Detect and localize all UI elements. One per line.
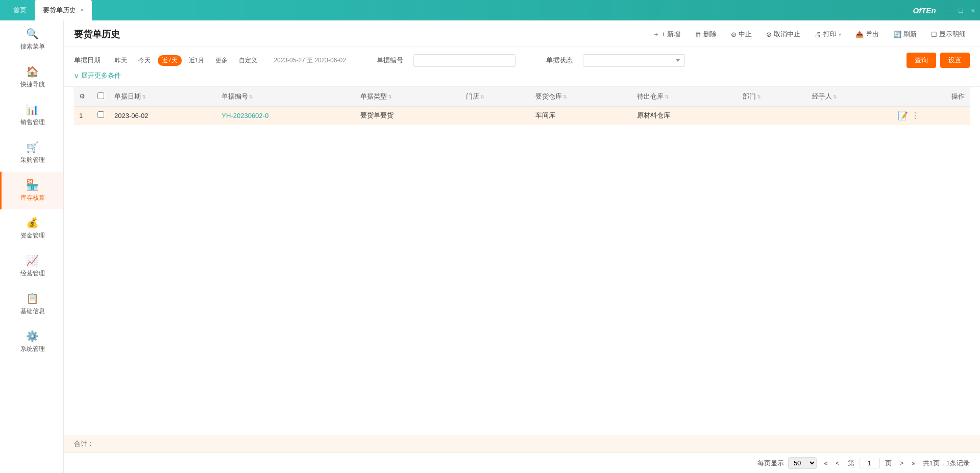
- show-detail-button[interactable]: ☐ 显示明细: [927, 28, 970, 41]
- query-button[interactable]: 查询: [906, 53, 936, 68]
- tab-active[interactable]: 要货单历史 ×: [35, 0, 92, 20]
- row-num-link[interactable]: YH-20230602-0: [216, 106, 355, 125]
- th-pending-warehouse[interactable]: 待出仓库⇅: [632, 87, 738, 106]
- top-bar-right: OfTEn — □ ×: [913, 0, 975, 20]
- th-num[interactable]: 单据编号⇅: [216, 87, 355, 106]
- toolbar: ＋ + 新增 🗑 删除 ⊘ 中止 ⊘ 取消中止 🖨 打印: [649, 28, 970, 41]
- select-all-checkbox[interactable]: [97, 92, 104, 99]
- tab-home[interactable]: 首页: [5, 0, 35, 20]
- sidebar-item-system[interactable]: ⚙️ 系统管理: [0, 323, 63, 361]
- status-label: 单据状态: [546, 56, 573, 65]
- search-menu-icon: 🔍: [26, 28, 39, 40]
- total-info: 共1页，1条记录: [923, 459, 970, 468]
- new-button[interactable]: ＋ + 新增: [649, 28, 684, 41]
- suspend-icon: ⊘: [731, 31, 737, 38]
- th-type[interactable]: 单据类型⇅: [355, 87, 461, 106]
- maximize-button[interactable]: □: [959, 7, 963, 14]
- th-checkbox[interactable]: [92, 87, 109, 106]
- more-icon[interactable]: ⋮: [911, 111, 919, 121]
- current-page-input[interactable]: [860, 458, 880, 468]
- page-nav: « < 第 页 > »: [821, 458, 919, 469]
- th-pending-warehouse-label: 待出仓库: [637, 92, 664, 100]
- next-page-button[interactable]: >: [897, 458, 907, 468]
- prev-page-button[interactable]: <: [832, 458, 843, 468]
- sidebar-item-label: 库存核算: [20, 194, 45, 202]
- th-dept[interactable]: 部门⇅: [738, 87, 807, 106]
- sidebar-item-quick-nav[interactable]: 🏠 快捷导航: [0, 58, 63, 96]
- refresh-button[interactable]: 🔄 刷新: [889, 28, 921, 41]
- sidebar-item-label: 资金管理: [20, 231, 45, 240]
- print-button[interactable]: 🖨 打印 ▾: [811, 28, 845, 41]
- settings-button[interactable]: 设置: [940, 53, 970, 68]
- close-tab-icon[interactable]: ×: [80, 7, 84, 14]
- sort-handler-icon: ⇅: [833, 94, 837, 100]
- sort-pending-warehouse-icon: ⇅: [665, 94, 669, 100]
- first-page-button[interactable]: «: [821, 458, 830, 468]
- cancel-suspend-button[interactable]: ⊘ 取消中止: [762, 28, 804, 41]
- per-page-select[interactable]: 10 20 50 100: [788, 457, 817, 469]
- date-btn-today[interactable]: 今天: [134, 55, 155, 66]
- th-req-warehouse[interactable]: 要货仓库⇅: [530, 87, 632, 106]
- edit-icon[interactable]: 📝: [898, 111, 908, 121]
- sidebar-item-basic-info[interactable]: 📋 基础信息: [0, 285, 63, 323]
- doc-num-label: 单据编号: [377, 56, 403, 65]
- chevron-down-icon: ∨: [74, 72, 79, 80]
- sort-type-icon: ⇅: [388, 94, 392, 100]
- doc-link[interactable]: YH-20230602-0: [222, 112, 268, 120]
- page-unit: 页: [882, 458, 895, 469]
- doc-num-input[interactable]: [413, 54, 516, 67]
- new-icon: ＋: [653, 30, 659, 39]
- th-gear[interactable]: ⚙: [74, 87, 92, 106]
- th-dept-label: 部门: [743, 92, 756, 100]
- last-page-button[interactable]: »: [909, 458, 918, 468]
- system-icon: ⚙️: [26, 330, 39, 342]
- th-handler[interactable]: 经手人⇅: [807, 87, 893, 106]
- date-btn-7days[interactable]: 近7天: [158, 55, 182, 66]
- export-label: 导出: [866, 30, 879, 39]
- sidebar: 🔍 搜索菜单 🏠 快捷导航 📊 销售管理 🛒 采购管理 🏪 库存核算 💰 资金管…: [0, 20, 64, 473]
- sidebar-item-finance[interactable]: 💰 资金管理: [0, 209, 63, 247]
- sidebar-item-purchase[interactable]: 🛒 采购管理: [0, 134, 63, 172]
- sidebar-item-inventory[interactable]: 🏪 库存核算: [0, 172, 63, 209]
- cancel-suspend-icon: ⊘: [766, 31, 772, 38]
- status-select[interactable]: [583, 54, 685, 67]
- sidebar-item-search-menu[interactable]: 🔍 搜索菜单: [0, 20, 63, 58]
- table-row[interactable]: 1 2023-06-02 YH-20230602-0 要货单要货 车间库 原材料…: [74, 106, 970, 125]
- sidebar-item-label: 销售管理: [20, 118, 45, 127]
- print-icon: 🖨: [815, 31, 821, 38]
- delete-button[interactable]: 🗑 删除: [691, 28, 721, 41]
- basic-info-icon: 📋: [26, 292, 39, 304]
- print-dropdown-icon: ▾: [839, 32, 841, 37]
- table-header-row: ⚙ 单据日期⇅ 单据编号⇅ 单据类型⇅ 门店⇅ 要货仓库⇅ 待出仓库⇅ 部门⇅ …: [74, 87, 970, 106]
- th-req-warehouse-label: 要货仓库: [535, 92, 562, 100]
- th-date-label: 单据日期: [114, 92, 141, 100]
- sidebar-item-label: 系统管理: [20, 345, 45, 353]
- close-window-button[interactable]: ×: [971, 7, 975, 14]
- minimize-button[interactable]: —: [944, 7, 951, 14]
- date-btn-custom[interactable]: 自定义: [235, 55, 261, 66]
- date-btn-1month[interactable]: 近1月: [185, 55, 209, 66]
- sidebar-item-label: 快捷导航: [20, 80, 45, 89]
- table-area: ⚙ 单据日期⇅ 单据编号⇅ 单据类型⇅ 门店⇅ 要货仓库⇅ 待出仓库⇅ 部门⇅ …: [64, 87, 980, 435]
- expand-more-button[interactable]: ∨ 展开更多条件: [74, 71, 970, 80]
- date-btn-more[interactable]: 更多: [211, 55, 232, 66]
- row-select-checkbox[interactable]: [97, 111, 104, 118]
- new-label: + 新增: [662, 30, 680, 39]
- operations-icon: 📈: [26, 254, 39, 267]
- sort-req-warehouse-icon: ⇅: [563, 94, 567, 100]
- table-footer: 合计：: [64, 435, 980, 453]
- sidebar-item-operations[interactable]: 📈 经营管理: [0, 247, 63, 285]
- sidebar-item-sales[interactable]: 📊 销售管理: [0, 96, 63, 134]
- row-num: 1: [74, 106, 92, 125]
- delete-label: 删除: [703, 30, 717, 39]
- export-button[interactable]: 📤 导出: [851, 28, 883, 41]
- delete-icon: 🗑: [695, 31, 701, 38]
- sales-icon: 📊: [26, 103, 39, 115]
- table-body: 1 2023-06-02 YH-20230602-0 要货单要货 车间库 原材料…: [74, 106, 970, 125]
- th-store[interactable]: 门店⇅: [461, 87, 530, 106]
- row-checkbox[interactable]: [92, 106, 109, 125]
- suspend-button[interactable]: ⊘ 中止: [727, 28, 756, 41]
- date-btn-yesterday[interactable]: 昨天: [111, 55, 131, 66]
- th-date[interactable]: 单据日期⇅: [109, 87, 216, 106]
- home-icon: 🏠: [26, 65, 39, 78]
